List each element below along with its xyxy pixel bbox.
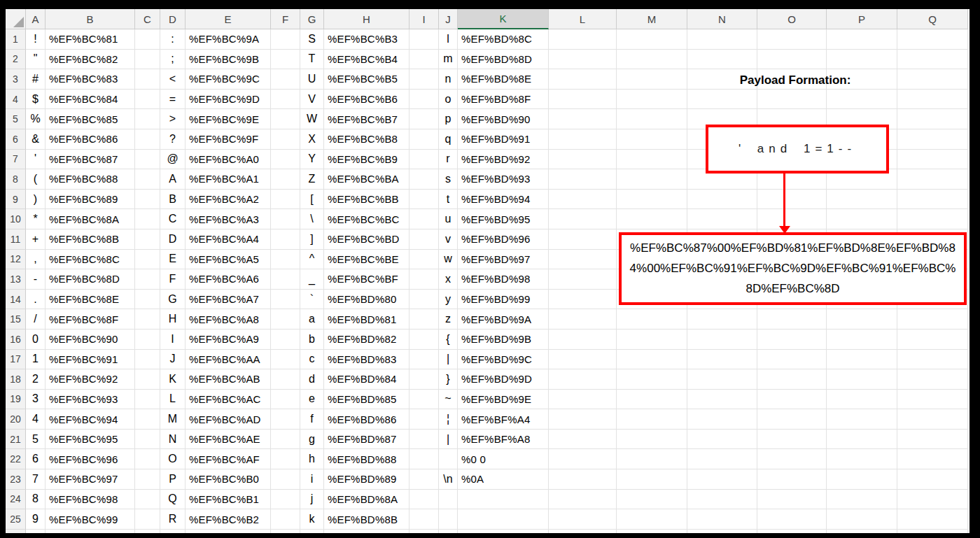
cell-L8[interactable]: [549, 169, 617, 190]
cell-M1[interactable]: [617, 29, 687, 50]
cell-K14[interactable]: %EF%BD%99: [458, 290, 549, 310]
cell-K5[interactable]: %EF%BD%90: [458, 109, 549, 129]
cell-M15[interactable]: [617, 309, 687, 330]
cell-Q6[interactable]: [897, 129, 968, 150]
cell-E3[interactable]: %EF%BC%9C: [186, 69, 271, 90]
cell-H16[interactable]: %EF%BD%82: [324, 330, 410, 350]
cell-L9[interactable]: [549, 190, 617, 210]
cell-F7[interactable]: [271, 150, 300, 170]
row-header-17[interactable]: 17: [6, 350, 26, 370]
cell-J14[interactable]: y: [439, 290, 458, 310]
cell-N15[interactable]: [687, 309, 757, 330]
cell-O26[interactable]: [757, 530, 827, 533]
cell-C22[interactable]: [135, 449, 160, 469]
cell-B7[interactable]: %EF%BC%87: [46, 150, 135, 170]
cell-N14[interactable]: [687, 290, 757, 310]
cell-E17[interactable]: %EF%BC%AA: [186, 350, 271, 370]
cell-A12[interactable]: ,: [26, 250, 46, 270]
cell-F23[interactable]: [271, 469, 300, 490]
cell-J15[interactable]: z: [439, 309, 458, 330]
cell-E13[interactable]: %EF%BC%A6: [186, 269, 271, 290]
cell-J10[interactable]: u: [439, 209, 458, 229]
cell-H12[interactable]: %EF%BC%BE: [324, 250, 410, 270]
cell-E2[interactable]: %EF%BC%9B: [186, 50, 271, 70]
cell-D11[interactable]: D: [160, 229, 186, 250]
cell-C2[interactable]: [135, 50, 160, 70]
col-header-N[interactable]: N: [687, 9, 757, 29]
cell-H14[interactable]: %EF%BD%80: [324, 290, 410, 310]
cell-Q4[interactable]: [897, 90, 968, 110]
cell-H10[interactable]: %EF%BC%BC: [324, 209, 410, 229]
cell-G2[interactable]: T: [300, 50, 324, 70]
cell-E26[interactable]: [186, 530, 271, 533]
cell-M9[interactable]: [617, 190, 687, 210]
cell-O22[interactable]: [757, 449, 827, 469]
col-header-Q[interactable]: Q: [897, 9, 968, 29]
cell-M22[interactable]: [617, 449, 687, 469]
cell-M19[interactable]: [617, 390, 687, 410]
cell-O18[interactable]: [757, 369, 827, 390]
cell-J13[interactable]: x: [439, 269, 458, 290]
cell-P24[interactable]: [827, 490, 897, 510]
cell-D17[interactable]: J: [160, 350, 186, 370]
col-header-B[interactable]: B: [46, 9, 135, 29]
cell-B10[interactable]: %EF%BC%8A: [46, 209, 135, 229]
cell-J18[interactable]: }: [439, 369, 458, 390]
cell-L20[interactable]: [549, 409, 617, 430]
cell-M25[interactable]: [617, 509, 687, 530]
cell-A13[interactable]: -: [26, 269, 46, 290]
cell-M6[interactable]: [617, 129, 687, 150]
cell-H9[interactable]: %EF%BC%BB: [324, 190, 410, 210]
cell-I6[interactable]: [410, 129, 439, 150]
cell-P13[interactable]: [827, 269, 897, 290]
cell-H21[interactable]: %EF%BD%87: [324, 430, 410, 450]
cell-Q10[interactable]: [897, 209, 968, 229]
cell-H2[interactable]: %EF%BC%B4: [324, 50, 410, 70]
cell-B5[interactable]: %EF%BC%85: [46, 109, 135, 129]
cell-H11[interactable]: %EF%BC%BD: [324, 229, 410, 250]
cell-L12[interactable]: [549, 250, 617, 270]
cell-G19[interactable]: e: [300, 390, 324, 410]
cell-O6[interactable]: [757, 129, 827, 150]
cell-O11[interactable]: [757, 229, 827, 250]
cell-A8[interactable]: (: [26, 169, 46, 190]
cell-Q13[interactable]: [897, 269, 968, 290]
col-header-H[interactable]: H: [324, 9, 410, 29]
cell-N20[interactable]: [687, 409, 757, 430]
cell-P9[interactable]: [827, 190, 897, 210]
cell-L13[interactable]: [549, 269, 617, 290]
cell-J19[interactable]: ~: [439, 390, 458, 410]
cell-D8[interactable]: A: [160, 169, 186, 190]
cell-K11[interactable]: %EF%BD%96: [458, 229, 549, 250]
cell-J5[interactable]: p: [439, 109, 458, 129]
cell-D19[interactable]: L: [160, 390, 186, 410]
cell-I17[interactable]: [410, 350, 439, 370]
cell-H7[interactable]: %EF%BC%B9: [324, 150, 410, 170]
cell-M17[interactable]: [617, 350, 687, 370]
cell-Q3[interactable]: [897, 69, 968, 90]
cell-I4[interactable]: [410, 90, 439, 110]
cell-G26[interactable]: [300, 530, 324, 533]
cell-Q2[interactable]: [897, 50, 968, 70]
cell-J1[interactable]: l: [439, 29, 458, 50]
cell-O13[interactable]: [757, 269, 827, 290]
cell-C9[interactable]: [135, 190, 160, 210]
cell-F18[interactable]: [271, 369, 300, 390]
cell-B22[interactable]: %EF%BC%96: [46, 449, 135, 469]
cell-O10[interactable]: [757, 209, 827, 229]
cell-L5[interactable]: [549, 109, 617, 129]
col-header-I[interactable]: I: [410, 9, 439, 29]
cell-C14[interactable]: [135, 290, 160, 310]
cell-P12[interactable]: [827, 250, 897, 270]
cell-P19[interactable]: [827, 390, 897, 410]
cell-K12[interactable]: %EF%BD%97: [458, 250, 549, 270]
cell-L23[interactable]: [549, 469, 617, 490]
cell-I10[interactable]: [410, 209, 439, 229]
row-header-10[interactable]: 10: [6, 209, 26, 229]
cell-N23[interactable]: [687, 469, 757, 490]
cell-K16[interactable]: %EF%BD%9B: [458, 330, 549, 350]
cell-Q1[interactable]: [897, 29, 968, 50]
cell-A14[interactable]: .: [26, 290, 46, 310]
cell-D4[interactable]: =: [160, 90, 186, 110]
cell-J24[interactable]: [439, 490, 458, 510]
